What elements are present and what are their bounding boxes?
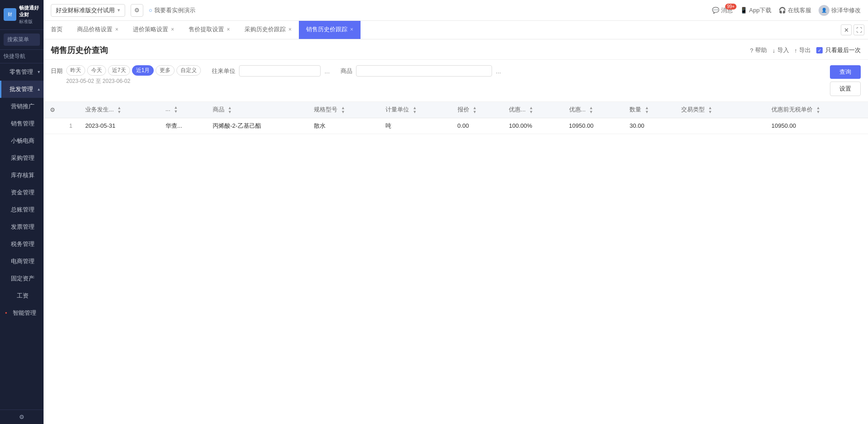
th-product[interactable]: 商品 ▲▼	[207, 102, 309, 118]
sidebar-item-wholesale[interactable]: 批发管理 ▴	[0, 81, 44, 98]
th-product-label: 商品	[213, 106, 224, 113]
product-filter-group: 商品 ...	[341, 65, 501, 77]
sort-icon: ▲▼	[117, 106, 121, 114]
source-unit-filter-group: 往来单位 ...	[212, 65, 330, 77]
th-unit[interactable]: 计量单位 ▲▼	[380, 102, 452, 118]
topbar-right: 💬 消息 99+ 📱 App下载 🎧 在线客服 👤 徐泽华修改	[712, 5, 861, 16]
set-button[interactable]: 设置	[830, 82, 861, 96]
cell-quantity: 30.00	[624, 118, 676, 134]
tab-sale-extract[interactable]: 售价提取设置 ×	[181, 21, 237, 39]
cell-trade-type	[676, 118, 747, 134]
module-selector[interactable]: 好业财标准版交付试用 ▾	[51, 4, 125, 17]
app-name: 畅捷通好业财	[19, 5, 40, 19]
sidebar-item-tax[interactable]: 税务管理	[0, 236, 44, 253]
sort-icon: ▲▼	[529, 106, 533, 114]
only-last-checkbox[interactable]: ✓ 只看最后一次	[816, 46, 861, 54]
th-quantity[interactable]: 数量 ▲▼	[624, 102, 676, 118]
message-icon: 💬	[712, 7, 719, 14]
sidebar-item-ledger[interactable]: 总账管理	[0, 201, 44, 218]
close-icon[interactable]: ×	[350, 27, 353, 32]
sidebar-item-marketing[interactable]: 营销推广	[0, 98, 44, 115]
th-discount-val-label: 优惠...	[569, 106, 586, 113]
sidebar-item-sales[interactable]: 销售管理	[0, 115, 44, 132]
tab-home[interactable]: 首页	[44, 21, 70, 39]
query-button[interactable]: 查询	[830, 65, 861, 79]
app-download-button[interactable]: 📱 App下载	[740, 6, 771, 14]
topbar: 好业财标准版交付试用 ▾ ⚙ ○ 我要看实例演示 💬 消息 99+ 📱 App下…	[44, 0, 868, 21]
cell-spec: 散水	[308, 118, 380, 134]
source-unit-input-group: ...	[239, 65, 330, 77]
message-button[interactable]: 💬 消息 99+	[712, 6, 733, 14]
tab-price-settings[interactable]: 商品价格设置 ×	[70, 21, 126, 39]
close-icon[interactable]: ×	[227, 27, 230, 32]
source-unit-dots-button[interactable]: ...	[324, 67, 330, 75]
headset-icon: 🎧	[779, 7, 786, 14]
th-biz-date[interactable]: 业务发生... ▲▼	[80, 102, 160, 118]
sidebar-item-finance[interactable]: 资金管理	[0, 184, 44, 201]
help-button[interactable]: ? 帮助	[750, 46, 767, 54]
search-menu-button[interactable]: 搜索菜单	[4, 34, 40, 46]
date-last1month-btn[interactable]: 近1月	[132, 65, 154, 76]
date-custom-btn[interactable]: 自定义	[176, 65, 201, 76]
sort-icon: ▲▼	[645, 106, 649, 114]
demo-button[interactable]: ○ 我要看实例演示	[149, 6, 195, 14]
date-more-btn[interactable]: 更多	[156, 65, 175, 76]
sidebar-search[interactable]: 搜索菜单	[0, 30, 44, 50]
close-icon[interactable]: ×	[171, 27, 174, 32]
sidebar-item-invoice[interactable]: 发票管理	[0, 218, 44, 236]
import-label: 导入	[777, 46, 789, 54]
sidebar-item-assets[interactable]: 固定资产	[0, 270, 44, 287]
source-unit-input[interactable]	[239, 65, 321, 77]
module-name: 好业财标准版交付试用	[56, 6, 115, 14]
th-price[interactable]: 报价 ▲▼	[452, 102, 504, 118]
date-yesterday-btn[interactable]: 昨天	[66, 65, 85, 76]
product-dots-button[interactable]: ...	[496, 67, 501, 75]
sidebar-item-ecommerce-small[interactable]: 小畅电商	[0, 132, 44, 149]
product-input[interactable]	[356, 65, 492, 77]
tab-purchase-strategy[interactable]: 进价策略设置 ×	[126, 21, 181, 39]
close-icon[interactable]: ×	[115, 27, 118, 32]
tab-sales-history[interactable]: 销售历史价跟踪 ×	[299, 21, 361, 39]
sidebar-item-inventory[interactable]: 库存核算	[0, 167, 44, 184]
tab-purchase-history[interactable]: 采购历史价跟踪 ×	[237, 21, 299, 39]
data-table: ⚙ 业务发生... ▲▼ ... ▲▼ 商品 ▲▼	[44, 102, 868, 134]
th-discount-val[interactable]: 优惠... ▲▼	[564, 102, 624, 118]
help-icon: ?	[750, 47, 753, 54]
th-pretax-price[interactable]: 优惠前无税单价 ▲▼	[766, 102, 868, 118]
export-button[interactable]: ↑ 导出	[795, 46, 811, 54]
online-service-button[interactable]: 🎧 在线客服	[779, 6, 811, 14]
sidebar-item-salary[interactable]: 工资	[0, 287, 44, 304]
th-unit-label: 计量单位	[385, 106, 409, 113]
tabbar-controls: ✕ ⛶	[837, 24, 868, 35]
topbar-gear-button[interactable]: ⚙	[131, 4, 143, 17]
date-today-btn[interactable]: 今天	[87, 65, 106, 76]
gear-icon: ⚙	[19, 414, 24, 420]
sort-icon: ▲▼	[341, 106, 345, 114]
sidebar-item-ecommerce[interactable]: 电商管理	[0, 253, 44, 270]
user-name: 徐泽华修改	[831, 6, 861, 14]
close-tab-button[interactable]: ✕	[841, 24, 852, 35]
th-discount-pct[interactable]: 优惠... ▲▼	[503, 102, 563, 118]
sidebar-item-retail[interactable]: 零售管理 ▾	[0, 63, 44, 81]
th-more[interactable]: ... ▲▼	[160, 102, 207, 118]
cell-biz-date: 2023-05-31	[80, 118, 160, 134]
column-settings-icon[interactable]: ⚙	[50, 106, 55, 113]
user-menu[interactable]: 👤 徐泽华修改	[819, 5, 861, 16]
th-spec[interactable]: 规格型号 ▲▼	[308, 102, 380, 118]
cell-discount-pct: 100.00%	[503, 118, 563, 134]
close-icon[interactable]: ×	[288, 27, 292, 32]
th-trade-type[interactable]: 交易类型 ▲▼	[676, 102, 747, 118]
import-button[interactable]: ↓ 导入	[772, 46, 789, 54]
sidebar-item-smart[interactable]: 智能管理	[0, 304, 44, 322]
sort-icon: ▲▼	[228, 106, 232, 114]
app-sub: 标准版	[19, 19, 40, 25]
th-quantity-label: 数量	[629, 106, 641, 113]
content-area: 销售历史价查询 ? 帮助 ↓ 导入 ↑ 导出 ✓ 只看最后一次	[44, 39, 868, 424]
date-filter-label: 日期	[51, 67, 63, 75]
fullscreen-button[interactable]: ⛶	[853, 24, 864, 35]
quick-nav[interactable]: 快捷导航	[0, 50, 44, 63]
date-last7-btn[interactable]: 近7天	[108, 65, 130, 76]
sidebar-settings-button[interactable]: ⚙	[0, 410, 44, 424]
sidebar-item-purchase[interactable]: 采购管理	[0, 149, 44, 167]
table-container: ⚙ 业务发生... ▲▼ ... ▲▼ 商品 ▲▼	[44, 102, 868, 424]
